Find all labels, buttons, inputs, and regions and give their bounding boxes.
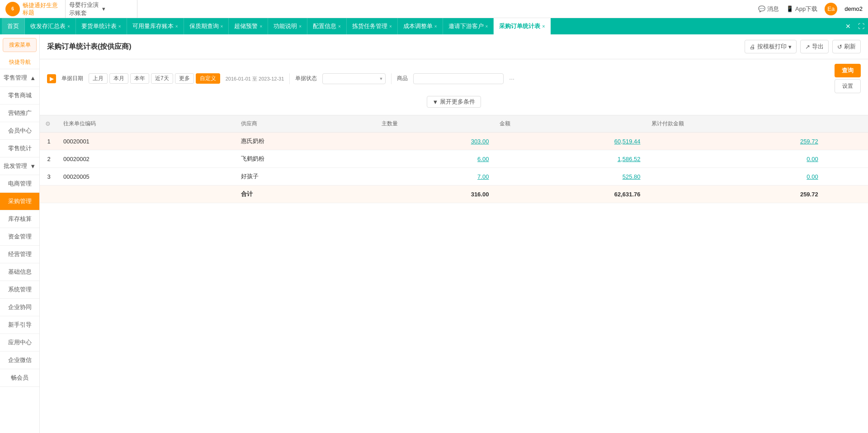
- gear-icon[interactable]: ⚙: [45, 120, 51, 127]
- sidebar-item-operations[interactable]: 经营管理: [0, 246, 39, 263]
- custom-date-btn[interactable]: 自定义: [196, 73, 220, 84]
- sidebar-item-purchase[interactable]: 采购管理: [0, 193, 39, 210]
- nav-tabs-actions: ✕ ⛶: [844, 21, 866, 32]
- row-extra: [824, 133, 868, 150]
- sidebar-item-member-plus[interactable]: 畅会员: [0, 369, 39, 387]
- data-table: ⚙ 往来单位编码 供应商 主数量 金额 累计付款金额 1 00020001: [40, 115, 868, 203]
- table-row: 3 00020005 好孩子 7.00 525.80 0.00: [40, 168, 868, 186]
- amount: 525.80: [494, 168, 646, 186]
- tab-config[interactable]: 配置信息 ×: [307, 18, 347, 34]
- tab-cost-adjust[interactable]: 成本调整单 ×: [398, 18, 443, 34]
- top-bar-right: 💬 消息 📱 App下载 Ea demo2: [758, 3, 863, 15]
- row-extra: [824, 150, 868, 168]
- col-supplier: 供应商: [236, 115, 376, 133]
- sidebar-item-ecommerce[interactable]: 电商管理: [0, 175, 39, 193]
- col-extra: [824, 115, 868, 133]
- sidebar-item-basic-info[interactable]: 基础信息: [0, 263, 39, 281]
- unit-code: 00020002: [58, 150, 236, 168]
- filter-expand-toggle[interactable]: ▶: [47, 74, 56, 83]
- filter-row: ▶ 单据日期 上月 本月 本年 近7天 更多 自定义 2016-01-01 至 …: [47, 64, 861, 93]
- paid: 259.72: [646, 133, 824, 150]
- settings-btn[interactable]: 设置: [835, 79, 861, 93]
- tab-invite-downstream[interactable]: 邀请下游客户 ×: [443, 18, 494, 34]
- close-icon[interactable]: ×: [338, 24, 341, 29]
- sidebar-item-retail-management[interactable]: 零售管理 ▲: [0, 69, 39, 87]
- maximize-tab-btn[interactable]: ⛶: [856, 21, 866, 32]
- close-icon[interactable]: ×: [259, 24, 262, 29]
- tab-feature-desc[interactable]: 功能说明 ×: [268, 18, 307, 34]
- close-icon[interactable]: ×: [67, 24, 70, 29]
- sidebar-item-app-center[interactable]: 应用中心: [0, 334, 39, 352]
- top-bar: 6 畅捷通好生意 标题 母婴行业演示账套 ▾ 💬 消息 📱 App下载 Ea d…: [0, 0, 868, 18]
- close-tab-btn[interactable]: ✕: [844, 21, 853, 32]
- close-icon[interactable]: ×: [542, 24, 545, 29]
- status-select[interactable]: [322, 73, 386, 84]
- close-icon[interactable]: ×: [299, 24, 302, 29]
- goods-input[interactable]: [413, 73, 504, 84]
- paid: 0.00: [646, 150, 824, 168]
- tab-overstock[interactable]: 超储预警 ×: [229, 18, 268, 34]
- unit-code: 00020005: [58, 168, 236, 186]
- close-icon[interactable]: ×: [175, 24, 178, 29]
- sidebar-item-finance[interactable]: 资金管理: [0, 228, 39, 246]
- print-icon: 🖨: [750, 43, 755, 50]
- sidebar-item-inventory[interactable]: 库存核算: [0, 210, 39, 228]
- date-range-display: 2016-01-01 至 2023-12-31: [226, 76, 284, 82]
- logo: 6 畅捷通好生意 标题: [5, 2, 58, 16]
- tab-purchase-stats[interactable]: 采购订单统计表 ×: [494, 18, 551, 34]
- message-icon: 💬: [758, 5, 765, 12]
- amount: 1,586.52: [494, 150, 646, 168]
- app-download-btn[interactable]: 📱 App下载: [786, 5, 817, 13]
- logo-icon: 6: [5, 2, 20, 16]
- row-num: 3: [40, 168, 58, 186]
- quick-nav-btn[interactable]: 快捷导航: [0, 56, 39, 69]
- sidebar-item-retail-stats[interactable]: 零售统计: [0, 140, 39, 157]
- tab-available-stock[interactable]: 可用量库存账本 ×: [127, 18, 184, 34]
- sidebar-item-enterprise[interactable]: 企业协同: [0, 299, 39, 316]
- avatar[interactable]: Ea: [825, 3, 837, 15]
- search-menu-btn[interactable]: 搜索菜单: [3, 38, 37, 52]
- main-layout: 搜索菜单 快捷导航 零售管理 ▲ 零售商城 营销推广 会员中心 零售统计 批发管…: [0, 34, 868, 433]
- download-icon: 📱: [786, 5, 793, 12]
- supplier-name: 好孩子: [236, 168, 376, 186]
- this-month-btn[interactable]: 本月: [109, 73, 128, 84]
- tab-shelf-life[interactable]: 保质期查询 ×: [184, 18, 229, 34]
- this-year-btn[interactable]: 本年: [130, 73, 149, 84]
- tab-home[interactable]: 首页: [2, 18, 25, 34]
- more-date-btn[interactable]: 更多: [175, 73, 194, 84]
- sidebar-item-wechat[interactable]: 企业微信: [0, 352, 39, 369]
- message-btn[interactable]: 💬 消息: [758, 5, 779, 13]
- sidebar-item-guide[interactable]: 新手引导: [0, 316, 39, 334]
- table-row: 1 00020001 惠氏奶粉 303.00 60,519.44 259.72: [40, 133, 868, 150]
- content-area: 采购订单统计表(按供应商) 🖨 按模板打印 ▾ ↗ 导出 ↺ 刷新: [40, 34, 868, 433]
- chevron-down-icon: ▾: [788, 43, 792, 50]
- close-icon[interactable]: ×: [221, 24, 223, 29]
- close-icon[interactable]: ×: [434, 24, 437, 29]
- workspace-selector[interactable]: 母婴行业演示账套 ▾: [65, 0, 137, 19]
- col-amount: 金额: [494, 115, 646, 133]
- sidebar-item-retail-mall[interactable]: 零售商城: [0, 87, 39, 105]
- last-month-btn[interactable]: 上月: [89, 73, 108, 84]
- sidebar-item-system[interactable]: 系统管理: [0, 281, 39, 299]
- close-icon[interactable]: ×: [486, 24, 488, 29]
- export-btn[interactable]: ↗ 导出: [800, 40, 829, 53]
- close-icon[interactable]: ×: [118, 24, 121, 29]
- quantity: 7.00: [376, 168, 494, 186]
- expand-more-btn[interactable]: ▼ 展开更多条件: [427, 96, 481, 108]
- sidebar-item-members[interactable]: 会员中心: [0, 122, 39, 140]
- refresh-btn[interactable]: ↺ 刷新: [832, 40, 861, 53]
- template-print-btn[interactable]: 🖨 按模板打印 ▾: [745, 40, 797, 53]
- user-name: demo2: [844, 5, 863, 12]
- status-filter-label: 单据状态: [295, 75, 317, 82]
- row-extra: [824, 168, 868, 186]
- close-icon[interactable]: ×: [389, 24, 392, 29]
- tab-pick-task[interactable]: 拣货任务管理 ×: [347, 18, 398, 34]
- goods-input-more[interactable]: ···: [509, 75, 514, 82]
- tab-order-stats[interactable]: 要货单统计表 ×: [76, 18, 127, 34]
- query-btn[interactable]: 查询: [835, 64, 861, 77]
- last-7-days-btn[interactable]: 近7天: [151, 73, 173, 84]
- date-quick-btns: 上月 本月 本年 近7天 更多 自定义: [89, 73, 220, 84]
- sidebar-item-marketing[interactable]: 营销推广: [0, 105, 39, 122]
- sidebar-item-wholesale[interactable]: 批发管理 ▼: [0, 157, 39, 175]
- tab-inventory-summary[interactable]: 收发存汇总表 ×: [25, 18, 76, 34]
